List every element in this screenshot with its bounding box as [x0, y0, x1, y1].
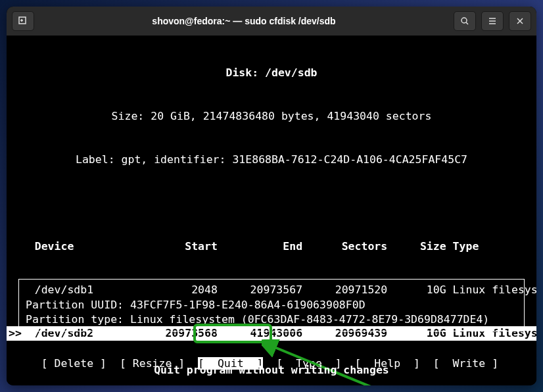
status-message: Quit program without writing changes	[7, 363, 536, 378]
svg-point-1	[461, 18, 467, 23]
partition-uuid: Partition UUID: 43FCF7F5-1F98-E240-86A4-…	[26, 299, 366, 311]
partition-type: Partition type: Linux filesystem (0FC63D…	[26, 313, 489, 326]
terminal-content[interactable]: Disk: /dev/sdb Size: 20 GiB, 21474836480…	[7, 36, 536, 385]
disk-label: Disk: /dev/sdb	[7, 66, 536, 80]
new-tab-button[interactable]	[12, 11, 34, 31]
terminal-window: shovon@fedora:~ — sudo cfdisk /dev/sdb D…	[7, 7, 536, 385]
partition-info-box: Partition UUID: 43FCF7F5-1F98-E240-86A4-…	[18, 279, 525, 331]
search-button[interactable]	[454, 11, 476, 31]
window-title: shovon@fedora:~ — sudo cfdisk /dev/sdb	[39, 16, 448, 26]
new-tab-icon	[18, 16, 28, 26]
search-icon	[460, 16, 470, 26]
disk-size: Size: 20 GiB, 21474836480 bytes, 4194304…	[7, 109, 536, 124]
menu-button[interactable]	[481, 11, 504, 31]
window-titlebar: shovon@fedora:~ — sudo cfdisk /dev/sdb	[7, 7, 536, 36]
close-icon	[515, 16, 525, 26]
close-button[interactable]	[509, 11, 531, 31]
partition-table-header: Device Start End Sectors Size Type	[7, 239, 536, 254]
hamburger-icon	[487, 16, 498, 26]
disk-gpt: Label: gpt, identifier: 31E868BA-7612-C2…	[7, 153, 536, 167]
